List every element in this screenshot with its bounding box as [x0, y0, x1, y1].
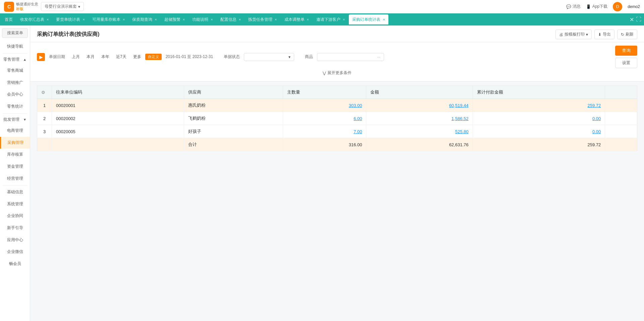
print-icon: 🖨	[559, 32, 563, 37]
total-quantity: 316.00	[283, 138, 366, 151]
status-select[interactable]: ▾	[244, 53, 294, 61]
expand-more-button[interactable]: ⋁ 展开更多条件	[37, 68, 637, 78]
tab-yaohuo[interactable]: 要货单统计表 ×	[53, 14, 88, 24]
sidebar-divider-2	[3, 113, 27, 114]
total-extra	[605, 138, 637, 151]
tab-chaochu[interactable]: 超储预警 ×	[161, 14, 188, 24]
logo-text: 畅捷通好生意 标版	[16, 2, 38, 11]
row-1-paid: 259.72	[473, 99, 605, 112]
sidebar-item-inventory[interactable]: 库存核算	[0, 149, 30, 161]
retail-arrow-icon: ▲	[23, 57, 26, 62]
refresh-button[interactable]: ↻ 刷新	[617, 30, 637, 39]
tab-close-all-icon[interactable]: ✕	[630, 16, 634, 23]
tab-peizhi[interactable]: 配置信息 ×	[217, 14, 244, 24]
shortcut-this-year[interactable]: 本年	[99, 53, 112, 60]
table-area: ⚙ 往来单位编码 供应商 主数量 金额 累计付款金额 1 00020001	[30, 82, 644, 321]
status-select-arrow: ▾	[288, 55, 290, 59]
sidebar-item-app-center[interactable]: 应用中心	[0, 234, 30, 246]
sidebar-item-wholesale[interactable]: 批发管理 ▼	[0, 114, 30, 125]
tab-close-yaoqing[interactable]: ×	[343, 17, 345, 21]
tab-close-paihuо[interactable]: ×	[275, 17, 277, 21]
user-avatar[interactable]: D	[613, 2, 622, 11]
tab-yaoqing[interactable]: 邀请下游客户 ×	[313, 14, 348, 24]
search-menu-button[interactable]: 搜索菜单	[2, 28, 28, 38]
goods-more-icon[interactable]: ···	[377, 55, 380, 59]
sidebar-item-retail-stat[interactable]: 零售统计	[0, 101, 30, 113]
col-header-amount: 金额	[366, 86, 473, 99]
shortcut-7days[interactable]: 近7天	[113, 53, 129, 60]
filter-row-1: ▶ 单据日期 上月 本月 本年 近7天 更多 自定义 2016-01-01 至 …	[37, 46, 637, 68]
tab-home[interactable]: 首页	[1, 17, 16, 22]
table-row: 1 00020001 惠氏奶粉 303.00 60,519.44 259.72	[37, 99, 637, 112]
col-settings[interactable]: ⚙	[37, 86, 52, 99]
sidebar-item-capital[interactable]: 资金管理	[0, 161, 30, 173]
refresh-icon: ↻	[621, 32, 624, 37]
sidebar-item-wechat[interactable]: 企业微信	[0, 246, 30, 258]
page-header: 采购订单统计表(按供应商) 🖨 按模板打印 ▾ ⬇ 导出 ↻ 刷新	[30, 25, 644, 42]
tab-close-chengben[interactable]: ×	[307, 17, 309, 21]
sidebar-item-purchase[interactable]: 采购管理	[0, 137, 30, 149]
sidebar: 搜索菜单 快捷导航 零售管理 ▲ 零售商城 营销推广 会员中心 零售统计 批发管…	[0, 25, 30, 321]
filter-toggle-button[interactable]: ▶	[37, 53, 45, 61]
tab-close-yaohuo[interactable]: ×	[83, 17, 85, 21]
col-header-supplier-code: 往来单位编码	[52, 86, 184, 99]
tab-baobao[interactable]: 保质期查询 ×	[129, 14, 160, 24]
date-range-display: 2016-01-01 至 2023-12-31	[166, 54, 213, 60]
row-3-amount: 525.80	[366, 125, 473, 138]
sidebar-item-vip[interactable]: 畅会员	[0, 258, 30, 270]
tab-paihuо[interactable]: 拣货任务管理 ×	[245, 14, 280, 24]
query-button[interactable]: 查询	[615, 46, 637, 56]
sidebar-item-guide[interactable]: 新手引导	[0, 222, 30, 234]
tab-controls: ✕ ⛶	[630, 16, 643, 23]
sidebar-item-marketing[interactable]: 营销推广	[0, 77, 30, 89]
settings-icon[interactable]: ⚙	[41, 90, 45, 95]
sidebar-item-retail-shop[interactable]: 零售商城	[0, 65, 30, 77]
page-header-actions: 🖨 按模板打印 ▾ ⬇ 导出 ↻ 刷新	[555, 30, 637, 39]
total-amount: 62,631.76	[366, 138, 473, 151]
row-1-supplier-code: 00020001	[52, 99, 184, 112]
col-header-paid: 累计付款金额	[473, 86, 605, 99]
username[interactable]: demo2	[628, 4, 640, 9]
row-1-amount: 60,519.44	[366, 99, 473, 112]
settings-button[interactable]: 设置	[615, 58, 637, 68]
sidebar-item-system[interactable]: 系统管理	[0, 198, 30, 210]
sidebar-item-enterprise[interactable]: 企业协同	[0, 210, 30, 222]
org-selector[interactable]: 母婴行业演示账套 ▾	[41, 2, 84, 11]
sidebar-item-quick-nav[interactable]: 快捷导航	[0, 41, 30, 53]
export-button[interactable]: ⬇ 导出	[594, 30, 614, 39]
tab-close-peizhi[interactable]: ×	[239, 17, 241, 21]
tab-close-keyong[interactable]: ×	[123, 17, 125, 21]
tab-expand-icon[interactable]: ⛶	[636, 16, 641, 22]
col-header-quantity: 主数量	[283, 86, 366, 99]
top-bar-left: C 畅捷通好生意 标版 母婴行业演示账套 ▾	[4, 2, 84, 12]
goods-input[interactable]: ···	[317, 53, 384, 61]
print-dropdown-icon: ▾	[586, 32, 588, 37]
sidebar-item-retail[interactable]: 零售管理 ▲	[0, 54, 30, 65]
print-button[interactable]: 🖨 按模板打印 ▾	[555, 30, 592, 39]
tab-shoufa[interactable]: 收发存汇总表 ×	[17, 14, 52, 24]
custom-date-tag[interactable]: 自定义	[145, 54, 162, 60]
shortcut-this-month[interactable]: 本月	[84, 53, 97, 60]
shortcut-more[interactable]: 更多	[130, 53, 144, 60]
sidebar-item-basic[interactable]: 基础信息	[0, 186, 30, 198]
table-row: 3 00020005 好孩子 7.00 525.80 0.00	[37, 125, 637, 138]
sidebar-item-member[interactable]: 会员中心	[0, 89, 30, 101]
tab-close-chaochu[interactable]: ×	[183, 17, 185, 21]
message-button[interactable]: 💬 消息	[566, 4, 581, 9]
tab-keyong[interactable]: 可用量库存账本 ×	[89, 14, 128, 24]
tab-chengben[interactable]: 成本调整单 ×	[281, 14, 312, 24]
tab-close-baobao[interactable]: ×	[155, 17, 157, 21]
app-download-button[interactable]: 📱 App下载	[586, 4, 607, 9]
tab-close-caigou[interactable]: ×	[383, 17, 385, 21]
sidebar-item-operation[interactable]: 经营管理	[0, 173, 30, 185]
sidebar-item-ecommerce[interactable]: 电商管理	[0, 125, 30, 137]
col-header-supplier: 供应商	[184, 86, 283, 99]
wholesale-arrow-icon: ▼	[23, 117, 26, 122]
org-name: 母婴行业演示账套	[45, 4, 77, 9]
row-1-quantity: 303.00	[283, 99, 366, 112]
shortcut-last-month[interactable]: 上月	[69, 53, 83, 60]
tab-close-gongneng[interactable]: ×	[211, 17, 213, 21]
tab-caigou[interactable]: 采购订单统计表 ×	[349, 14, 388, 24]
tab-gongneng[interactable]: 功能说明 ×	[189, 14, 216, 24]
tab-close-shoufa[interactable]: ×	[47, 17, 49, 21]
